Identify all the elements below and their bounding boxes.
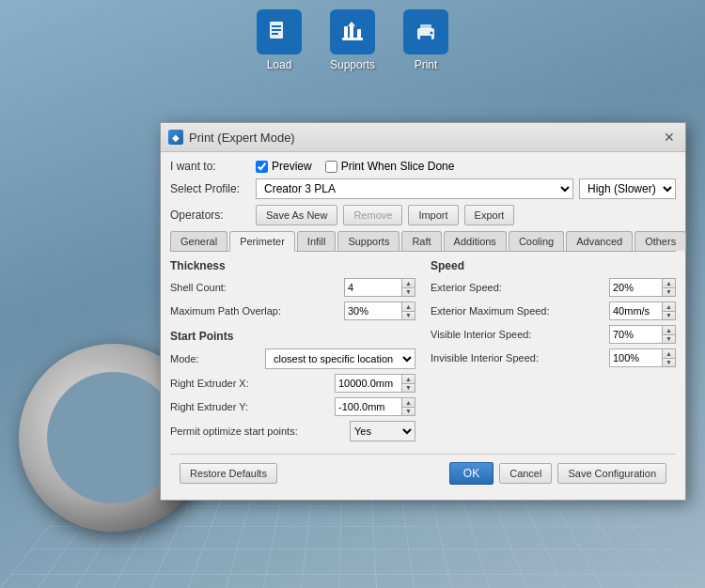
exterior-max-speed-spinner[interactable]: ▲ ▼	[609, 302, 676, 320]
es-up[interactable]: ▲	[663, 279, 675, 287]
iwantto-row: I want to: Preview Print When Slice Done	[170, 160, 676, 173]
supports-icon	[330, 9, 375, 54]
import-button[interactable]: Import	[408, 205, 458, 225]
invisible-interior-input[interactable]	[610, 349, 662, 366]
right-extruder-x-input[interactable]	[336, 375, 401, 392]
tab-cooling[interactable]: Cooling	[509, 231, 564, 251]
right-extruder-x-spinner[interactable]: ▲ ▼	[335, 374, 415, 393]
quality-select[interactable]: High (Slower) Medium Low (Faster)	[579, 178, 676, 199]
print-label: Print	[415, 58, 438, 71]
exterior-max-speed-input[interactable]	[610, 302, 662, 319]
iwantto-label: I want to:	[170, 160, 250, 173]
exterior-max-speed-label: Exterior Maximum Speed:	[431, 305, 605, 317]
save-configuration-button[interactable]: Save Configuration	[557, 463, 666, 484]
rex-down[interactable]: ▼	[402, 383, 415, 393]
exterior-max-speed-row: Exterior Maximum Speed: ▲ ▼	[431, 302, 676, 320]
invisible-interior-spinner[interactable]: ▲ ▼	[609, 348, 676, 367]
visible-interior-input[interactable]	[610, 326, 662, 343]
select-profile-row: Select Profile: Creator 3 PLA High (Slow…	[170, 178, 676, 199]
content-area: Thickness Shell Count: ▲ ▼ Maximum Path …	[170, 259, 676, 446]
dialog-icon: ◆	[168, 130, 183, 145]
svg-rect-8	[357, 29, 361, 38]
tab-others[interactable]: Others	[634, 231, 686, 251]
left-panel: Thickness Shell Count: ▲ ▼ Maximum Path …	[170, 259, 415, 446]
rey-up[interactable]: ▲	[402, 398, 415, 407]
mode-row: Mode: closest to specific location use d…	[170, 348, 415, 369]
thickness-header: Thickness	[170, 259, 415, 272]
vis-down[interactable]: ▼	[663, 334, 675, 344]
rex-up[interactable]: ▲	[402, 375, 415, 383]
profile-select[interactable]: Creator 3 PLA	[256, 178, 573, 199]
print-icon	[403, 9, 448, 54]
invis-up[interactable]: ▲	[663, 349, 675, 358]
preview-checkbox[interactable]	[256, 161, 268, 173]
visible-interior-label: Visible Interior Speed:	[431, 329, 605, 340]
exterior-speed-row: Exterior Speed: ▲ ▼	[431, 278, 676, 297]
remove-button[interactable]: Remove	[343, 205, 402, 225]
tab-advanced[interactable]: Advanced	[566, 231, 633, 251]
export-button[interactable]: Export	[464, 205, 515, 225]
close-button[interactable]: ✕	[661, 129, 678, 146]
right-extruder-x-row: Right Extruder X: ▲ ▼	[170, 374, 415, 393]
print-when-done-checkbox-label[interactable]: Print When Slice Done	[325, 160, 455, 173]
mode-select[interactable]: closest to specific location use default…	[265, 348, 415, 369]
invis-down[interactable]: ▼	[663, 358, 675, 367]
operators-label: Operators:	[170, 209, 250, 222]
preview-checkbox-label[interactable]: Preview	[256, 160, 312, 173]
exterior-speed-spinner[interactable]: ▲ ▼	[609, 278, 676, 297]
max-path-overlap-row: Maximum Path Overlap: ▲ ▼	[170, 302, 415, 320]
svg-rect-1	[272, 25, 281, 27]
shell-count-spinner[interactable]: ▲ ▼	[344, 278, 415, 297]
shell-count-up[interactable]: ▲	[402, 279, 415, 287]
max-path-up[interactable]: ▲	[402, 302, 415, 311]
print-when-done-label: Print When Slice Done	[341, 160, 455, 173]
vis-up[interactable]: ▲	[663, 326, 675, 334]
svg-point-12	[431, 31, 433, 34]
shell-count-down[interactable]: ▼	[402, 287, 415, 297]
restore-defaults-button[interactable]: Restore Defaults	[180, 463, 277, 484]
svg-rect-2	[272, 29, 281, 31]
tab-general[interactable]: General	[170, 231, 227, 251]
print-dialog: ◆ Print (Expert Mode) ✕ I want to: Previ…	[160, 122, 686, 501]
dialog-footer: Restore Defaults OK Cancel Save Configur…	[170, 454, 676, 490]
visible-interior-spinner[interactable]: ▲ ▼	[609, 325, 676, 344]
tab-raft[interactable]: Raft	[401, 231, 441, 251]
right-extruder-y-input[interactable]	[336, 398, 401, 415]
shell-count-input[interactable]	[345, 279, 401, 296]
invisible-interior-row: Invisible Interior Speed: ▲ ▼	[431, 348, 676, 367]
mode-label: Mode:	[170, 353, 261, 364]
ems-down[interactable]: ▼	[663, 311, 675, 320]
select-profile-label: Select Profile:	[170, 182, 250, 195]
max-path-overlap-spinner[interactable]: ▲ ▼	[344, 302, 415, 320]
permit-label: Permit optimize start points:	[170, 426, 346, 437]
right-extruder-y-label: Right Extruder Y:	[170, 401, 331, 412]
rey-down[interactable]: ▼	[402, 407, 415, 416]
save-as-new-button[interactable]: Save As New	[256, 205, 337, 225]
right-extruder-y-spinner[interactable]: ▲ ▼	[335, 397, 415, 416]
es-down[interactable]: ▼	[663, 287, 675, 297]
supports-label: Supports	[330, 58, 375, 71]
toolbar-print[interactable]: Print	[403, 9, 448, 71]
svg-rect-11	[420, 36, 431, 41]
permit-select[interactable]: Yes No	[350, 421, 415, 441]
tab-supports[interactable]: Supports	[337, 231, 400, 251]
ok-button[interactable]: OK	[449, 462, 494, 485]
visible-interior-row: Visible Interior Speed: ▲ ▼	[431, 325, 676, 344]
tab-infill[interactable]: Infill	[297, 231, 337, 251]
cancel-button[interactable]: Cancel	[499, 463, 552, 484]
tab-perimeter[interactable]: Perimeter	[229, 231, 295, 252]
tabs-row: General Perimeter Infill Supports Raft A…	[170, 231, 676, 252]
right-panel: Speed Exterior Speed: ▲ ▼ Exterior Maxim…	[431, 259, 676, 446]
ems-up[interactable]: ▲	[663, 302, 675, 311]
shell-count-label: Shell Count:	[170, 282, 340, 293]
tab-additions[interactable]: Additions	[444, 231, 507, 251]
max-path-overlap-input[interactable]	[345, 302, 401, 319]
print-when-done-checkbox[interactable]	[325, 161, 337, 173]
max-path-down[interactable]: ▼	[402, 311, 415, 320]
permit-row: Permit optimize start points: Yes No	[170, 421, 415, 441]
toolbar-supports[interactable]: Supports	[330, 9, 375, 71]
exterior-speed-input[interactable]	[610, 279, 662, 296]
svg-rect-3	[272, 33, 278, 35]
toolbar-load[interactable]: Load	[257, 9, 302, 71]
svg-rect-6	[344, 26, 348, 38]
